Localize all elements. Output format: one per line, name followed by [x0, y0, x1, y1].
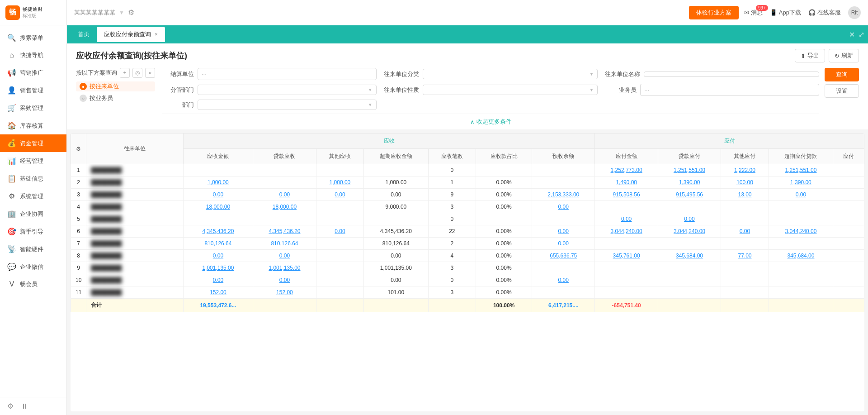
row-prepaid-balance[interactable]: 0.00 — [532, 225, 595, 238]
row-other-payable[interactable] — [721, 213, 769, 225]
row-loan-payable[interactable] — [658, 274, 721, 286]
row-prepaid-balance[interactable] — [532, 262, 595, 274]
total-prepaid-balance[interactable]: 6,417,215.... — [532, 299, 595, 312]
row-other-receivable[interactable] — [316, 213, 364, 225]
row-overdue-payable[interactable] — [769, 201, 833, 213]
row-receivable-amount[interactable]: 0.00 — [183, 189, 253, 201]
row-other-payable[interactable] — [721, 286, 769, 299]
sidebar-item-marketing[interactable]: 📢 营销推广 — [0, 64, 66, 81]
row-payable-amount[interactable]: 915,508.56 — [595, 189, 658, 201]
row-other-payable[interactable]: 100.00 — [721, 176, 769, 189]
sidebar-item-basic[interactable]: 📋 基础信息 — [0, 170, 66, 187]
scheme-by-salesman[interactable]: ○ 按业务员 — [76, 93, 155, 103]
row-other-receivable[interactable]: 0.00 — [316, 225, 364, 238]
row-payable-amount[interactable]: 3,044,240.00 — [595, 225, 658, 238]
messages-btn[interactable]: ✉ 消息 99+ — [744, 9, 763, 17]
unit-category-input[interactable]: ▼ — [423, 69, 598, 79]
sidebar-item-sales[interactable]: 👤 销售管理 — [0, 81, 66, 99]
row-receivable-amount[interactable] — [183, 213, 253, 225]
sidebar-item-newbie[interactable]: 🎯 新手引导 — [0, 223, 66, 240]
row-loan-payable[interactable]: 915,495.56 — [658, 189, 721, 201]
row-overdue-payable[interactable]: 3,044,240.00 — [769, 225, 833, 238]
row-other-payable[interactable]: 1,222.00 — [721, 164, 769, 176]
total-receivable-amount[interactable]: 19,553,472,6... — [183, 299, 253, 312]
export-btn[interactable]: ⬆ 导出 — [795, 49, 825, 62]
row-payable-amount[interactable]: 345,761.00 — [595, 250, 658, 262]
settings-gear-icon[interactable]: ⚙ — [128, 8, 134, 17]
sidebar-item-purchase[interactable]: 🛒 采购管理 — [0, 99, 66, 117]
sidebar-item-enterprise[interactable]: 🏢 企业协同 — [0, 205, 66, 223]
collapse-scheme-icon[interactable]: « — [145, 68, 155, 78]
tab-close-icon[interactable]: × — [155, 31, 158, 38]
row-overdue-payable[interactable]: 1,390.00 — [769, 176, 833, 189]
row-receivable-amount[interactable]: 152.00 — [183, 286, 253, 299]
row-other-receivable[interactable] — [316, 201, 364, 213]
tab-active[interactable]: 应收应付余额查询 × — [97, 27, 165, 42]
row-other-receivable[interactable] — [316, 262, 364, 274]
row-payable-amount[interactable]: 1,490.00 — [595, 176, 658, 189]
department-input[interactable]: ▼ — [198, 100, 377, 110]
row-loan-payable[interactable] — [658, 286, 721, 299]
query-btn[interactable]: 查询 — [825, 68, 859, 81]
table-settings-header[interactable]: ⚙ — [71, 134, 86, 164]
row-loan-payable[interactable]: 3,044,240.00 — [658, 225, 721, 238]
sidebar-item-search[interactable]: 🔍 搜索菜单 — [0, 29, 66, 47]
row-loan-payable[interactable]: 1,390.00 — [658, 176, 721, 189]
sidebar-item-wechat[interactable]: 💬 企业微信 — [0, 258, 66, 276]
scheme-by-unit[interactable]: ● 按往来单位 — [76, 81, 155, 91]
row-receivable-amount[interactable]: 1,001,135.00 — [183, 262, 253, 274]
industry-btn[interactable]: 体验行业方案 — [689, 6, 739, 19]
row-loan-receivable[interactable] — [253, 213, 316, 225]
row-overdue-payable[interactable] — [769, 262, 833, 274]
row-receivable-amount[interactable]: 0.00 — [183, 274, 253, 286]
row-other-payable[interactable] — [721, 274, 769, 286]
row-loan-payable[interactable] — [658, 238, 721, 250]
tab-home[interactable]: 首页 — [71, 27, 97, 42]
row-receivable-amount[interactable]: 18,000.00 — [183, 201, 253, 213]
sidebar-item-system[interactable]: ⚙ 系统管理 — [0, 187, 66, 205]
app-download-btn[interactable]: 📱 App下载 — [770, 9, 801, 17]
close-window-icon[interactable]: ✕ — [849, 30, 855, 39]
row-payable-amount[interactable]: 0.00 — [595, 213, 658, 225]
online-service-btn[interactable]: 🎧 在线客服 — [808, 9, 841, 17]
row-receivable-amount[interactable]: 1,000.00 — [183, 176, 253, 189]
row-overdue-payable[interactable] — [769, 286, 833, 299]
row-overdue-payable[interactable] — [769, 238, 833, 250]
row-loan-receivable[interactable]: 0.00 — [253, 189, 316, 201]
settlement-unit-input[interactable]: ··· — [198, 68, 377, 80]
row-payable-amount[interactable]: 1,252,773.00 — [595, 164, 658, 176]
row-loan-receivable[interactable]: 0.00 — [253, 274, 316, 286]
row-prepaid-balance[interactable] — [532, 213, 595, 225]
row-prepaid-balance[interactable]: 0.00 — [532, 238, 595, 250]
sidebar-item-member[interactable]: V 畅会员 — [0, 276, 66, 293]
row-loan-receivable[interactable]: 152.00 — [253, 286, 316, 299]
row-overdue-payable[interactable]: 1,251,551.00 — [769, 164, 833, 176]
row-other-payable[interactable] — [721, 201, 769, 213]
collapse-more-btn[interactable]: ∧ 收起更多条件 — [162, 114, 819, 129]
row-prepaid-balance[interactable]: 0.00 — [532, 201, 595, 213]
row-prepaid-balance[interactable] — [532, 164, 595, 176]
row-other-receivable[interactable] — [316, 286, 364, 299]
row-loan-receivable[interactable]: 1,001,135.00 — [253, 262, 316, 274]
expand-window-icon[interactable]: ⤢ — [859, 30, 864, 39]
row-payable-amount[interactable] — [595, 274, 658, 286]
row-other-payable[interactable] — [721, 238, 769, 250]
row-receivable-amount[interactable] — [183, 164, 253, 176]
row-prepaid-balance[interactable]: 655,636.75 — [532, 250, 595, 262]
setting-btn[interactable]: 设置 — [825, 84, 859, 98]
row-other-receivable[interactable] — [316, 238, 364, 250]
row-other-payable[interactable]: 77.00 — [721, 250, 769, 262]
row-loan-payable[interactable]: 1,251,551.00 — [658, 164, 721, 176]
row-prepaid-balance[interactable] — [532, 286, 595, 299]
row-loan-receivable[interactable] — [253, 164, 316, 176]
row-loan-receivable[interactable]: 18,000.00 — [253, 201, 316, 213]
row-receivable-amount[interactable]: 4,345,436.20 — [183, 225, 253, 238]
collapse-footer-icon[interactable]: ⏸ — [21, 402, 28, 410]
refresh-btn[interactable]: ↻ 刷新 — [829, 49, 859, 62]
row-loan-receivable[interactable] — [253, 176, 316, 189]
row-other-receivable[interactable] — [316, 274, 364, 286]
row-other-payable[interactable]: 13.00 — [721, 189, 769, 201]
row-other-payable[interactable] — [721, 262, 769, 274]
row-loan-payable[interactable]: 345,684.00 — [658, 250, 721, 262]
row-other-receivable[interactable] — [316, 164, 364, 176]
